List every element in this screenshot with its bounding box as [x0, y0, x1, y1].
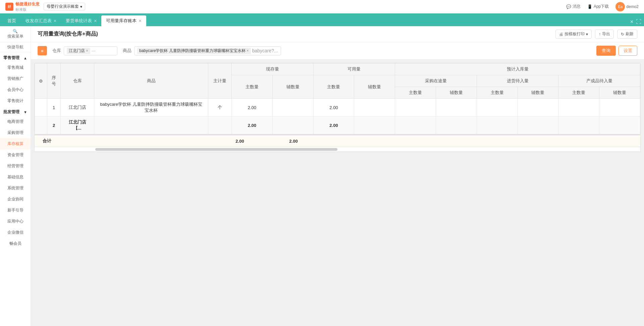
sidebar-item-operations[interactable]: 经营管理 [0, 160, 31, 172]
sidebar-item-appstore[interactable]: 应用中心 [0, 216, 31, 227]
row-2-seq: 2 [47, 117, 61, 134]
th-incoming-aux: 辅数量 [518, 87, 558, 99]
product-tag-1-text: babycare学饮杯 儿童防摔防撞吸管杯重力球吸嘴杯宝宝水杯 [139, 48, 246, 54]
sidebar-quick-nav[interactable]: 快捷导航 [0, 42, 31, 52]
layout: 🔍 搜索菜单 快捷导航 零售管理 ▲ 零售商城 营销推广 会员中心 零售统计 批… [0, 26, 644, 326]
data-table: ⚙ 序号 仓库 商品 主计量 现存量 可用量 预计入库量 主数量 辅数量 主数量… [35, 63, 640, 134]
warehouse-tag-text: 江北门店 [69, 48, 85, 54]
table-footer: 合计 2.00 2.00 [35, 135, 640, 147]
warehouse-tags[interactable]: 江北门店 × ··· [64, 46, 117, 55]
sidebar-item-enterprise[interactable]: 企业协同 [0, 194, 31, 205]
th-settings[interactable]: ⚙ [35, 63, 47, 99]
top-bar: 好 畅捷通好生意 标准版 母婴行业演示账套 ▾ 💬 消息 📱 App下载 Ea … [0, 0, 644, 13]
sidebar-item-retail-stats-label: 零售统计 [7, 98, 23, 103]
export-icon: ↑ [599, 32, 601, 37]
row-1-warehouse: 江北门店 [61, 99, 94, 117]
row-2-settings[interactable] [35, 117, 47, 134]
nav-tabs: 首页 收发存汇总表 × 要货单统计表 × 可用量库存账本 × × ⛶ [0, 13, 644, 26]
filter-bar: » 仓库 江北门店 × ··· 商品 babycare学饮杯 儿童防摔防撞吸管杯… [31, 42, 644, 59]
logo-icon: 好 [5, 3, 13, 11]
export-btn[interactable]: ↑ 导出 [595, 30, 614, 39]
settings-btn[interactable]: 设置 [619, 46, 637, 56]
row-2-warehouse: 江北门店【... [61, 117, 94, 134]
tab-inventory-close[interactable]: × [139, 18, 141, 24]
row-2-pt-main [395, 117, 436, 134]
sidebar-item-retail-stats[interactable]: 零售统计 [0, 95, 31, 106]
th-purchase-transit: 采购在途量 [395, 75, 477, 87]
th-avail-aux: 辅数量 [354, 75, 395, 99]
row-1-prod-aux [599, 99, 640, 117]
tab-home[interactable]: 首页 [3, 15, 21, 26]
sidebar-item-members[interactable]: 会员中心 [0, 84, 31, 95]
product-label: 商品 [123, 48, 131, 54]
tab-orders[interactable]: 要货单统计表 × [61, 15, 101, 26]
tab-inventory[interactable]: 可用量库存账本 × [101, 15, 146, 26]
scroll-track[interactable] [95, 148, 337, 151]
sidebar-item-retail-store[interactable]: 零售商城 [0, 62, 31, 73]
main-content: 可用量查询(按仓库+商品) 🖨 按模板打印 ▾ ↑ 导出 ↻ 刷新 » [31, 26, 644, 326]
sidebar-item-vip[interactable]: 畅会员 [0, 238, 31, 249]
tab-receipts-label: 收发存汇总表 [25, 18, 52, 24]
export-label: 导出 [602, 31, 610, 37]
sidebar-item-guide-label: 新手引导 [7, 208, 23, 213]
sidebar-group-wholesale-label: 批发管理 [3, 109, 19, 115]
message-btn[interactable]: 💬 消息 [566, 4, 581, 9]
sidebar-item-marketing[interactable]: 营销推广 [0, 73, 31, 84]
th-production-aux: 辅数量 [599, 87, 640, 99]
product-tag-1-remove[interactable]: × [247, 48, 249, 53]
warehouse-tag-remove[interactable]: × [86, 48, 88, 53]
sidebar-item-wechat[interactable]: 企业微信 [0, 227, 31, 238]
warehouse-more-dots[interactable]: ··· [92, 48, 96, 53]
product-more-dots[interactable]: babycare?... [252, 48, 278, 53]
sidebar-group-retail[interactable]: 零售管理 ▲ [0, 52, 31, 62]
sidebar-item-members-label: 会员中心 [7, 87, 23, 92]
refresh-btn[interactable]: ↻ 刷新 [617, 30, 637, 39]
row-1-seq: 1 [47, 99, 61, 117]
app-download-label: App下载 [594, 4, 609, 9]
row-1-in-main [477, 99, 518, 117]
row-2-in-main [477, 117, 518, 134]
th-avail-main: 主数量 [313, 75, 354, 99]
scroll-area[interactable] [34, 147, 641, 152]
sidebar-item-enterprise-label: 企业协同 [7, 197, 23, 201]
sidebar-item-finance[interactable]: 资金管理 [0, 149, 31, 160]
sidebar-item-vip-label: 畅会员 [9, 241, 21, 246]
product-tags[interactable]: babycare学饮杯 儿童防摔防撞吸管杯重力球吸嘴杯宝宝水杯 × babyca… [134, 46, 281, 55]
sidebar-item-purchase[interactable]: 采购管理 [0, 127, 31, 138]
print-btn[interactable]: 🖨 按模板打印 ▾ [555, 30, 592, 39]
page-header: 可用量查询(按仓库+商品) 🖨 按模板打印 ▾ ↑ 导出 ↻ 刷新 [31, 26, 644, 42]
row-1-current-main: 2.00 [232, 99, 273, 117]
sidebar-item-retail-store-label: 零售商城 [7, 65, 23, 70]
product-filter-group: 商品 babycare学饮杯 儿童防摔防撞吸管杯重力球吸嘴杯宝宝水杯 × bab… [123, 46, 281, 55]
page-title: 可用量查询(按仓库+商品) [38, 31, 98, 38]
logo-text: 畅捷通好生意 [15, 1, 40, 7]
tab-receipts-close[interactable]: × [54, 18, 56, 24]
sidebar-group-wholesale[interactable]: 批发管理 ▼ [0, 106, 31, 116]
sidebar-search[interactable]: 🔍 搜索菜单 [0, 26, 31, 42]
tab-expand-btn[interactable]: ⛶ [636, 19, 641, 25]
chevron-down-icon: ▾ [80, 4, 82, 9]
search-icon: 🔍 [13, 29, 18, 34]
sidebar-item-guide[interactable]: 新手引导 [0, 205, 31, 216]
sidebar-item-inventory[interactable]: 库存核算 [0, 138, 31, 149]
expand-btn[interactable]: » [38, 46, 47, 55]
tab-close-all-btn[interactable]: × [630, 19, 633, 25]
th-seq: 序号 [47, 63, 61, 99]
app-download-btn[interactable]: 📱 App下载 [587, 4, 609, 9]
sidebar-item-basics[interactable]: 基础信息 [0, 172, 31, 183]
filter-actions: 查询 设置 [596, 46, 637, 56]
tab-orders-close[interactable]: × [94, 18, 97, 24]
sidebar-item-system[interactable]: 系统管理 [0, 183, 31, 194]
industry-select[interactable]: 母婴行业演示账套 ▾ [44, 3, 85, 10]
row-1-pt-main [395, 99, 436, 117]
row-2-prod-aux [599, 117, 640, 134]
print-icon: 🖨 [559, 32, 563, 37]
app-icon: 📱 [587, 4, 592, 9]
row-1-settings[interactable] [35, 99, 47, 117]
table-container: ⚙ 序号 仓库 商品 主计量 现存量 可用量 预计入库量 主数量 辅数量 主数量… [34, 63, 641, 135]
sidebar-item-ecommerce[interactable]: 电商管理 [0, 116, 31, 127]
tab-receipts[interactable]: 收发存汇总表 × [21, 15, 61, 26]
query-btn[interactable]: 查询 [596, 46, 616, 56]
sidebar-item-basics-label: 基础信息 [7, 175, 23, 179]
user-area[interactable]: Ea demo2 [615, 2, 639, 11]
